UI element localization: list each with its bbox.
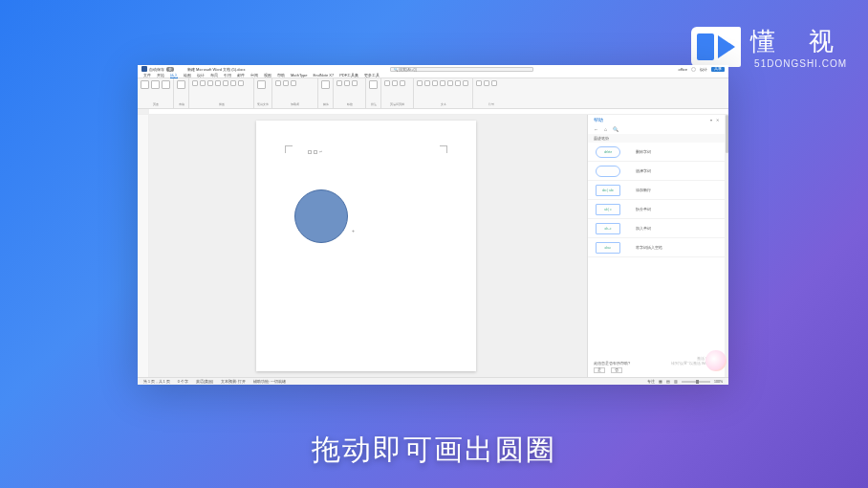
design-button[interactable]: 设计 xyxy=(700,67,707,72)
list-item[interactable]: ab | c拆分单词 xyxy=(588,200,725,219)
my-addins-icon[interactable] xyxy=(283,80,289,86)
bookmark-icon[interactable] xyxy=(344,80,350,86)
statusbar: 第 1 页，共 1 页 0 个字 英语(美国) 文本预测: 打开 辅助功能: 一… xyxy=(138,377,728,385)
feedback-yes-button[interactable]: 是 xyxy=(594,367,605,373)
screenshot-icon[interactable] xyxy=(238,80,244,86)
cover-page-icon[interactable] xyxy=(141,80,149,89)
zoom-level[interactable]: 100% xyxy=(714,380,723,384)
autosave-label: 自动保存 xyxy=(149,67,164,72)
status-lang[interactable]: 英语(美国) xyxy=(196,380,213,384)
help-back-icon[interactable]: ← xyxy=(594,126,598,132)
wikipedia-icon[interactable] xyxy=(291,80,296,86)
datetime-icon[interactable] xyxy=(455,80,461,86)
header-icon[interactable] xyxy=(384,80,390,86)
view-read-icon[interactable]: ▤ xyxy=(666,380,670,384)
get-addins-icon[interactable] xyxy=(275,80,281,86)
tab-endnote[interactable]: EndNote X7 xyxy=(314,73,335,78)
panel-close-icon[interactable]: ✕ xyxy=(716,118,719,122)
list-item[interactable]: abc | abc添加新行 xyxy=(588,181,725,200)
object-icon[interactable] xyxy=(463,80,468,86)
status-accessibility[interactable]: 辅助功能: 一切就绪 xyxy=(253,380,286,384)
view-print-icon[interactable]: ▦ xyxy=(659,380,662,384)
tab-file[interactable]: 文件 xyxy=(143,73,151,78)
tab-references[interactable]: 引用 xyxy=(224,73,231,78)
wordart-icon[interactable] xyxy=(432,80,438,86)
tab-review[interactable]: 审阅 xyxy=(250,73,258,78)
textbox-icon[interactable] xyxy=(417,80,423,86)
pagenumber-icon[interactable] xyxy=(400,80,405,86)
user-name[interactable]: office xyxy=(678,67,687,72)
online-video-icon[interactable] xyxy=(321,80,330,89)
tab-mathtype[interactable]: MathType xyxy=(291,73,308,78)
list-item[interactable]: abc∧将字词插入空格 xyxy=(588,238,725,257)
link-icon[interactable] xyxy=(336,80,342,86)
list-item[interactable]: ab⌢c加入单词 xyxy=(588,219,725,238)
tab-layout[interactable]: 布局 xyxy=(210,73,218,78)
icons-icon[interactable] xyxy=(207,80,213,86)
status-words[interactable]: 0 个字 xyxy=(178,380,188,384)
brand-watermark: 懂 视 51DONGSHI.COM xyxy=(691,25,847,69)
page-break-icon[interactable] xyxy=(162,80,170,89)
crossref-icon[interactable] xyxy=(352,80,358,86)
list-item[interactable]: 选择字词 xyxy=(588,162,725,181)
search-input[interactable]: 🔍 搜索(Alt+Q) xyxy=(390,67,533,72)
status-prediction[interactable]: 文本预测: 打开 xyxy=(221,380,246,384)
scrollbar-thumb[interactable] xyxy=(726,115,728,153)
dropcap-icon[interactable] xyxy=(440,80,445,86)
reuse-files-icon[interactable] xyxy=(257,80,266,89)
view-web-icon[interactable]: ▥ xyxy=(674,380,678,384)
drawn-circle-shape[interactable] xyxy=(294,189,348,243)
number-icon[interactable] xyxy=(491,80,497,86)
symbol-icon[interactable] xyxy=(484,80,489,86)
quickparts-icon[interactable] xyxy=(424,80,430,86)
help-home-icon[interactable]: ⌂ xyxy=(604,126,607,132)
feedback-no-button[interactable]: 否 xyxy=(611,367,622,373)
list-item[interactable]: delete删除字词 xyxy=(588,143,725,162)
tab-mailings[interactable]: 邮件 xyxy=(237,73,245,78)
help-search-icon[interactable]: 🔍 xyxy=(613,126,618,132)
blank-page-icon[interactable] xyxy=(151,80,160,89)
gesture-select-icon xyxy=(596,166,620,177)
doc-title: 新建 Microsoft Word 文档 (5).docx xyxy=(187,67,246,72)
document-page[interactable]: ↵ + xyxy=(256,121,476,371)
focus-mode-button[interactable]: 专注 xyxy=(647,380,655,384)
help-panel-title: 帮助 xyxy=(594,117,603,122)
equation-icon[interactable] xyxy=(476,80,482,86)
word-icon xyxy=(141,66,147,72)
ribbon-group-addins: 加载项 xyxy=(272,78,318,108)
status-page[interactable]: 第 1 页，共 1 页 xyxy=(143,380,170,384)
help-section-label: 墨迹笔势 xyxy=(588,134,725,143)
chart-icon[interactable] xyxy=(230,80,236,86)
avatar[interactable] xyxy=(691,67,696,72)
autosave-toggle[interactable]: 关 xyxy=(166,67,174,72)
shapes-icon[interactable] xyxy=(200,80,206,86)
zoom-slider[interactable] xyxy=(682,381,710,383)
margin-corner-tl xyxy=(285,145,293,153)
table-icon[interactable] xyxy=(177,80,185,89)
tab-design[interactable]: 设计 xyxy=(197,73,205,78)
ribbon-group-text: 文本 xyxy=(414,78,473,108)
help-list[interactable]: delete删除字词 选择字词 abc | abc添加新行 ab | c拆分单词… xyxy=(588,143,725,357)
signature-icon[interactable] xyxy=(447,80,453,86)
3dmodels-icon[interactable] xyxy=(215,80,221,86)
comment-icon[interactable] xyxy=(369,80,378,89)
brand-logo-icon xyxy=(691,27,741,67)
canvas-area[interactable]: ↵ + 帮助 ▾✕ ← ⌂ 🔍 墨迹笔势 delete删除字词 选择字词 xyxy=(149,115,728,377)
tab-draw[interactable]: 绘图 xyxy=(184,73,191,78)
vertical-ruler[interactable] xyxy=(138,115,149,377)
tab-home[interactable]: 开始 xyxy=(157,73,164,78)
share-button[interactable]: 共享 xyxy=(711,67,725,72)
ribbon-group-table: 表格 xyxy=(174,78,189,108)
panel-dropdown-icon[interactable]: ▾ xyxy=(710,118,712,122)
tab-pdf[interactable]: PDF工具集 xyxy=(339,73,358,78)
footer-icon[interactable] xyxy=(392,80,398,86)
smartart-icon[interactable] xyxy=(223,80,228,86)
ribbon-group-reuse: 复用文件 xyxy=(254,78,272,108)
tab-view[interactable]: 视图 xyxy=(264,73,271,78)
tab-insert[interactable]: 插入 xyxy=(170,73,178,78)
pictures-icon[interactable] xyxy=(192,80,198,86)
brand-cn: 懂 视 xyxy=(750,25,847,58)
word-app-window: 自动保存 关 新建 Microsoft Word 文档 (5).docx 🔍 搜… xyxy=(138,65,728,385)
tab-help[interactable]: 帮助 xyxy=(277,73,285,78)
tab-more[interactable]: 更多工具 xyxy=(364,73,380,78)
